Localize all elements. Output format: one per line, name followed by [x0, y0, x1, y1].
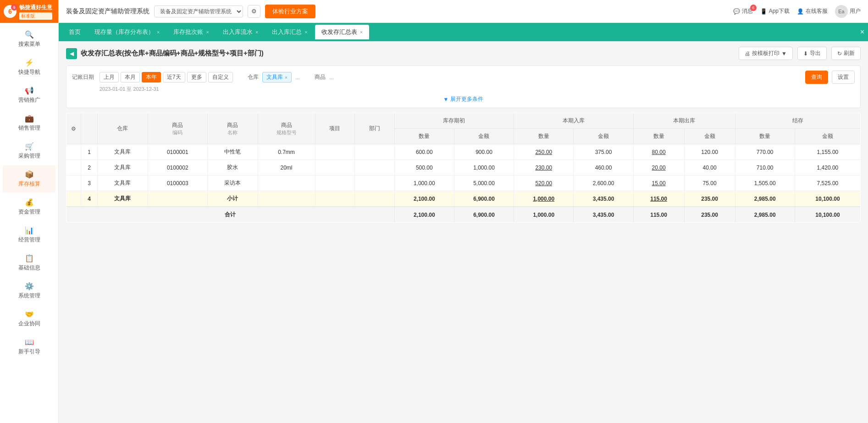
user-avatar: Ea — [835, 5, 848, 18]
warehouse-tag-remove[interactable]: × — [285, 75, 287, 80]
th-opening-amt: 金额 — [454, 129, 514, 144]
sidebar-item-企业协同[interactable]: 🤝企业协同 — [3, 305, 55, 332]
in-qty-link[interactable]: 250.00 — [535, 149, 552, 155]
row-balance-qty: 1,505.00 — [735, 176, 795, 191]
row-in-qty[interactable]: 1,000.00 — [514, 191, 574, 207]
out-qty-link[interactable]: 15.00 — [652, 180, 666, 187]
tab-close-inout-flow[interactable]: × — [255, 29, 258, 35]
date-btn-more[interactable]: 更多 — [187, 72, 206, 82]
in-qty-link[interactable]: 1,000.00 — [533, 196, 554, 202]
sidebar-item-资金管理[interactable]: 💰资金管理 — [3, 193, 55, 220]
filter-row: 记账日期 上月 本月 本年 近7天 更多 自定义 仓库 文具库 × ... — [72, 71, 855, 84]
row-settings — [66, 191, 81, 207]
nav-icon: 📦 — [25, 170, 34, 179]
filter-bar: 记账日期 上月 本月 本年 近7天 更多 自定义 仓库 文具库 × ... — [66, 66, 861, 108]
tab-inout-summary[interactable]: 出入库汇总 × — [265, 25, 314, 39]
th-project: 项目 — [315, 113, 355, 144]
tab-inventory-distribution[interactable]: 现存量（库存分布表） × — [88, 25, 166, 39]
row-out-qty[interactable]: 115.00 — [633, 191, 684, 207]
close-window-button[interactable]: × — [860, 28, 864, 36]
print-button[interactable]: 🖨 按模板打印 ▼ — [739, 47, 793, 60]
row-in-qty[interactable]: 520.00 — [514, 176, 574, 191]
th-out-amt: 金额 — [684, 129, 735, 144]
filter-action-buttons: 查询 设置 — [805, 71, 855, 84]
footer-opening-amt: 6,900.00 — [454, 207, 514, 223]
th-in-amt: 金额 — [574, 129, 633, 144]
table-row: 3 文具库 0100003 采访本 1,000.00 5,000.00 520.… — [66, 176, 861, 191]
date-btn-this-month[interactable]: 本月 — [121, 72, 140, 82]
tabbar: 首页 现存量（库存分布表） × 库存批次账 × 出入库流水 × 出入库汇总 × … — [59, 23, 868, 41]
out-qty-link[interactable]: 115.00 — [650, 196, 667, 202]
tab-close-batch-account[interactable]: × — [206, 29, 209, 35]
row-out-qty[interactable]: 20.00 — [633, 160, 684, 176]
row-goods-spec — [258, 191, 315, 207]
th-balance: 结存 — [735, 113, 860, 129]
tab-receipt-summary[interactable]: 收发存汇总表 × — [315, 25, 369, 39]
export-button[interactable]: ⬇ 导出 — [797, 47, 827, 60]
system-select[interactable]: 装备及固定资产辅助管理系统 — [154, 5, 243, 17]
date-btn-last-month[interactable]: 上月 — [100, 72, 119, 82]
warehouse-filter: 仓库 文具库 × ... — [248, 72, 300, 82]
tab-close-receipt-summary[interactable]: × — [360, 29, 363, 35]
row-in-qty[interactable]: 230.00 — [514, 160, 574, 176]
user-action[interactable]: Ea 用户 — [835, 5, 861, 18]
expand-filter-button[interactable]: ▼ 展开更多条件 — [72, 93, 855, 103]
app-download-action[interactable]: 📱 App下载 — [760, 7, 790, 15]
row-out-amt: 120.00 — [684, 144, 735, 160]
refresh-button[interactable]: ↻ 刷新 — [831, 47, 861, 60]
sidebar-item-搜索菜单[interactable]: 🔍搜索菜单 — [3, 26, 55, 53]
row-out-qty[interactable]: 80.00 — [633, 144, 684, 160]
filter-settings-button[interactable]: 设置 — [832, 71, 855, 84]
row-opening-amt: 900.00 — [454, 144, 514, 160]
sidebar-item-新手引导[interactable]: 📖新手引导 — [3, 333, 55, 360]
footer-balance-qty: 2,985.00 — [735, 207, 795, 223]
sidebar-item-库存核算[interactable]: 📦库存核算 — [3, 165, 55, 192]
sidebar-item-基础信息[interactable]: 📋基础信息 — [3, 249, 55, 276]
sidebar-item-系统管理[interactable]: ⚙️系统管理 — [3, 277, 55, 304]
row-goods-spec — [258, 176, 315, 191]
row-opening-amt: 1,000.00 — [454, 160, 514, 176]
date-btn-this-year[interactable]: 本年 — [142, 72, 161, 82]
tab-close-inout-summary[interactable]: × — [304, 29, 307, 35]
sidebar-item-快捷导航[interactable]: ⚡快捷导航 — [3, 54, 55, 81]
th-settings[interactable]: ⚙ — [66, 113, 81, 144]
th-opening-qty: 数量 — [394, 129, 454, 144]
page-actions: 🖨 按模板打印 ▼ ⬇ 导出 ↻ 刷新 — [739, 47, 861, 60]
tab-close-inventory-distribution[interactable]: × — [157, 29, 160, 35]
row-out-qty[interactable]: 15.00 — [633, 176, 684, 191]
warehouse-filter-more[interactable]: ... — [295, 74, 300, 81]
tab-home[interactable]: 首页 — [62, 25, 87, 39]
row-department — [355, 176, 395, 191]
sidebar-item-经营管理[interactable]: 📊经营管理 — [3, 221, 55, 248]
collapse-button[interactable]: ◀ — [66, 48, 77, 59]
tab-inout-flow[interactable]: 出入库流水 × — [216, 25, 265, 39]
logo-text: 畅捷通好生意 标准版 — [19, 4, 52, 20]
message-action[interactable]: 💬 消息 6 — [733, 7, 753, 15]
date-filter-buttons: 上月 本月 本年 近7天 更多 自定义 — [100, 72, 233, 82]
sidebar-item-销售管理[interactable]: 💼销售管理 — [3, 110, 55, 137]
try-industry-button[interactable]: 体验行业方案 — [265, 5, 315, 18]
row-warehouse: 文具库 — [98, 191, 148, 207]
settings-button[interactable]: ⚙ — [248, 5, 260, 18]
out-qty-link[interactable]: 80.00 — [652, 149, 666, 155]
date-btn-custom[interactable]: 自定义 — [208, 72, 233, 82]
th-goods-spec: 商品规格型号 — [258, 113, 315, 144]
nav-icon: 💼 — [25, 114, 34, 123]
row-goods-code: 0100002 — [148, 160, 207, 176]
online-service-action[interactable]: 👤 在线客服 — [797, 7, 828, 15]
goods-filter-more[interactable]: ... — [329, 74, 334, 81]
date-btn-7days[interactable]: 近7天 — [163, 72, 185, 82]
sidebar-item-采购管理[interactable]: 🛒采购管理 — [3, 137, 55, 165]
in-qty-link[interactable]: 230.00 — [535, 165, 552, 171]
sidebar-item-营销推广[interactable]: 📢营销推广 — [3, 82, 55, 109]
out-qty-link[interactable]: 20.00 — [652, 165, 666, 171]
query-button[interactable]: 查询 — [805, 71, 828, 84]
service-icon: 👤 — [797, 8, 804, 15]
in-qty-link[interactable]: 520.00 — [535, 180, 552, 187]
sidebar-tag: 标准版 — [19, 12, 52, 20]
tab-batch-account[interactable]: 库存批次账 × — [167, 25, 215, 39]
row-in-qty[interactable]: 250.00 — [514, 144, 574, 160]
row-out-amt: 40.00 — [684, 160, 735, 176]
row-goods-name: 中性笔 — [207, 144, 258, 160]
row-in-amt: 375.00 — [574, 144, 633, 160]
